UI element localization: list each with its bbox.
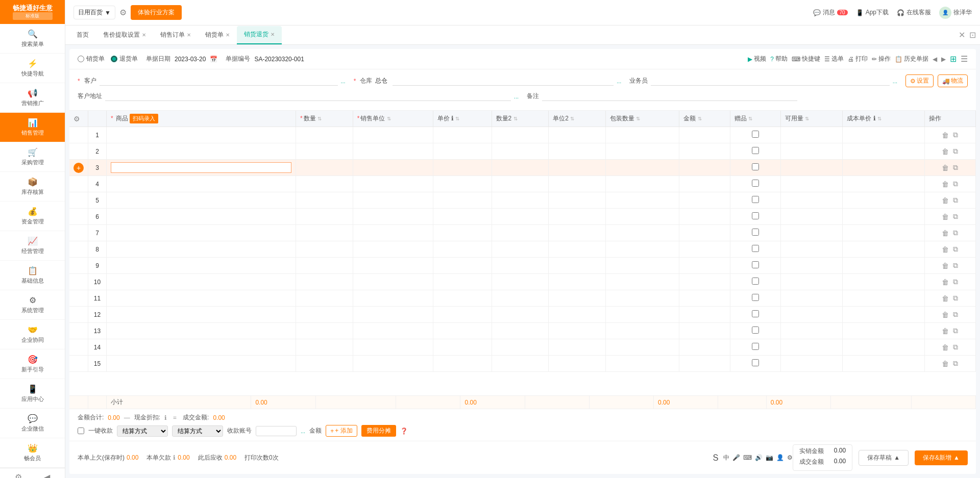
unit2-cell[interactable]	[549, 225, 606, 241]
cost-price-cell[interactable]	[843, 225, 924, 241]
sale-unit-cell[interactable]	[353, 160, 433, 176]
radio-return[interactable]: 退货单	[111, 55, 138, 63]
unit2-cell[interactable]	[549, 143, 606, 160]
radio-sale[interactable]: 销货单	[78, 55, 105, 63]
qty2-cell[interactable]	[492, 274, 549, 290]
th-settings[interactable]: ⚙	[69, 111, 88, 127]
salesperson-more-icon[interactable]: ...	[893, 78, 897, 84]
sale-unit-cell[interactable]	[353, 290, 433, 307]
copy-row-button[interactable]: ⧉	[952, 179, 959, 189]
warehouse-more-icon[interactable]: ...	[617, 78, 621, 84]
pack-qty-cell[interactable]	[605, 225, 679, 241]
sidebar-item-new-guide[interactable]: 🎯 新手引导	[0, 349, 65, 379]
unit-price-cell[interactable]	[433, 160, 492, 176]
operate-action[interactable]: ✏ 操作	[872, 55, 891, 63]
unit-price-cell[interactable]	[433, 225, 492, 241]
sidebar-item-quick-nav[interactable]: ⚡ 快捷导航	[0, 54, 65, 83]
gift-checkbox[interactable]	[752, 131, 759, 138]
sale-unit-cell[interactable]	[353, 356, 433, 372]
calendar-icon[interactable]: 📅	[210, 56, 217, 63]
col-gear-icon[interactable]: ⚙	[74, 115, 80, 123]
unit2-cell[interactable]	[549, 274, 606, 290]
cost-price-cell[interactable]	[843, 192, 924, 209]
gift-checkbox[interactable]	[752, 326, 759, 334]
sale-unit-cell[interactable]	[353, 339, 433, 356]
amount-cell[interactable]	[679, 274, 730, 290]
cost-price-cell[interactable]	[843, 241, 924, 258]
print-action[interactable]: 🖨 打印	[848, 55, 868, 63]
calc-method-select[interactable]: 结算方式	[172, 425, 223, 437]
customer-more-icon[interactable]: ...	[341, 78, 346, 84]
gift-checkbox[interactable]	[752, 294, 759, 301]
fee-split-button[interactable]: 费用分摊	[361, 425, 396, 437]
amount-cell[interactable]	[679, 356, 730, 372]
fee-info-icon[interactable]: ❓	[400, 427, 408, 435]
product-cell[interactable]	[107, 160, 296, 176]
shortcut-action[interactable]: ⌨ 快捷键	[792, 55, 820, 63]
sale-unit-cell[interactable]	[353, 143, 433, 160]
gift-cell[interactable]	[730, 290, 780, 307]
topbar-gear-icon[interactable]: ⚙	[119, 8, 127, 17]
product-input[interactable]	[111, 162, 291, 173]
delete-row-button[interactable]: 🗑	[941, 325, 950, 336]
view-card-icon[interactable]: ⊞	[950, 54, 957, 64]
sale-unit-cell[interactable]	[353, 307, 433, 323]
amount-cell[interactable]	[679, 290, 730, 307]
product-cell[interactable]	[107, 192, 296, 209]
available-cell[interactable]	[780, 356, 843, 372]
qty2-cell[interactable]	[492, 323, 549, 339]
available-cell[interactable]	[780, 307, 843, 323]
unit-price-cell[interactable]	[433, 307, 492, 323]
pack-qty-cell[interactable]	[605, 307, 679, 323]
sale-unit-cell[interactable]	[353, 274, 433, 290]
qty2-cell[interactable]	[492, 258, 549, 274]
addr-more-icon[interactable]: ...	[514, 93, 519, 99]
gift-cell[interactable]	[730, 192, 780, 209]
scan-input-button[interactable]: 扫码录入	[130, 114, 158, 123]
delete-row-button[interactable]: 🗑	[941, 276, 950, 287]
product-cell[interactable]	[107, 209, 296, 225]
amount-cell[interactable]	[679, 192, 730, 209]
gift-cell[interactable]	[730, 274, 780, 290]
qty2-cell[interactable]	[492, 176, 549, 192]
gift-cell[interactable]	[730, 258, 780, 274]
amount-cell[interactable]	[679, 241, 730, 258]
available-cell[interactable]	[780, 143, 843, 160]
available-cell[interactable]	[780, 160, 843, 176]
mic-icon[interactable]: 🎤	[732, 454, 740, 461]
delete-row-button[interactable]: 🗑	[941, 260, 950, 271]
tab-close-sale-return[interactable]: ✕	[271, 32, 275, 37]
unit2-cell[interactable]	[549, 339, 606, 356]
amount-cell[interactable]	[679, 160, 730, 176]
pack-qty-cell[interactable]	[605, 160, 679, 176]
qty-cell[interactable]	[296, 356, 353, 372]
pack-qty-cell[interactable]	[605, 127, 679, 143]
discount-info-icon[interactable]: ℹ	[164, 414, 167, 421]
gift-checkbox[interactable]	[752, 261, 759, 268]
unit-price-cell[interactable]	[433, 192, 492, 209]
product-cell[interactable]	[107, 258, 296, 274]
available-cell[interactable]	[780, 225, 843, 241]
sidebar-item-sales-mgmt[interactable]: 📊 销售管理	[0, 113, 65, 142]
gift-cell[interactable]	[730, 143, 780, 160]
cost-price-cell[interactable]	[843, 127, 924, 143]
salesperson-input[interactable]	[651, 76, 890, 86]
unit2-cell[interactable]	[549, 290, 606, 307]
account-no-input[interactable]	[256, 426, 297, 436]
unit-price-cell[interactable]	[433, 127, 492, 143]
delete-row-button[interactable]: 🗑	[941, 342, 950, 353]
online-service-btn[interactable]: 🎧 在线客服	[897, 8, 931, 17]
radio-return-input[interactable]	[111, 56, 117, 62]
product-cell[interactable]	[107, 356, 296, 372]
pack-qty-cell[interactable]	[605, 192, 679, 209]
sale-unit-cell[interactable]	[353, 192, 433, 209]
qty2-cell[interactable]	[492, 160, 549, 176]
cost-price-cell[interactable]	[843, 209, 924, 225]
product-cell[interactable]	[107, 143, 296, 160]
delete-row-button[interactable]: 🗑	[941, 130, 950, 140]
qty2-cell[interactable]	[492, 339, 549, 356]
qty-cell[interactable]	[296, 209, 353, 225]
tab-sale-delivery[interactable]: 销货单✕	[198, 26, 237, 44]
settlement-method-select[interactable]: 结算方式	[117, 425, 168, 437]
tab-close-sale-price[interactable]: ✕	[142, 32, 146, 38]
